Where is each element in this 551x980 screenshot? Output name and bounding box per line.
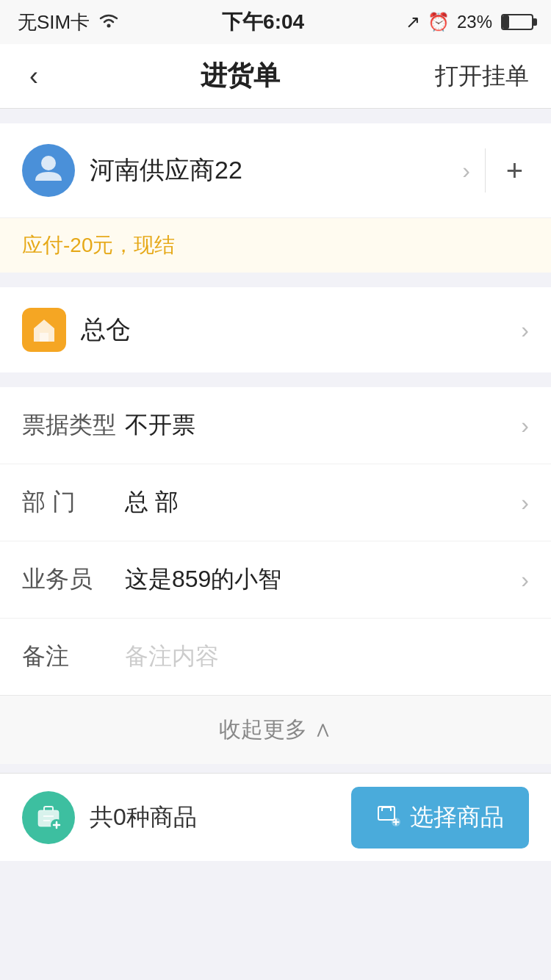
select-product-button[interactable]: 选择商品	[351, 787, 529, 849]
section-divider-1	[0, 109, 551, 123]
supplier-row[interactable]: 河南供应商22 › +	[0, 123, 551, 218]
svg-point-0	[107, 24, 111, 27]
salesperson-label: 业务员	[22, 563, 125, 596]
collapse-label: 收起更多 ∧	[219, 717, 331, 741]
department-chevron-icon: ›	[521, 489, 529, 516]
notice-bar: 应付-20元，现结	[0, 218, 551, 273]
invoice-chevron-icon: ›	[521, 412, 529, 439]
form-row-invoice[interactable]: 票据类型 不开票 ›	[0, 387, 551, 464]
page-title: 进货单	[201, 58, 280, 94]
nav-bar: ‹ 进货单 打开挂单	[0, 44, 551, 109]
back-button[interactable]: ‹	[22, 54, 46, 99]
alarm-icon: ⏰	[428, 12, 450, 32]
warehouse-chevron-icon: ›	[521, 317, 529, 344]
time-text: 下午6:04	[222, 8, 304, 36]
gray-fill	[0, 861, 551, 980]
salesperson-chevron-icon: ›	[521, 566, 529, 594]
department-value: 总 部	[125, 486, 521, 519]
supplier-avatar	[22, 144, 75, 197]
product-icon	[22, 791, 75, 844]
avatar-icon	[32, 151, 65, 190]
select-btn-icon	[376, 802, 401, 833]
collapse-row[interactable]: 收起更多 ∧	[0, 695, 551, 764]
carrier-text: 无SIM卡	[18, 10, 90, 35]
form-row-department[interactable]: 部 门 总 部 ›	[0, 464, 551, 541]
status-bar: 无SIM卡 下午6:04 ↗ ⏰ 23%	[0, 0, 551, 44]
invoice-label: 票据类型	[22, 409, 125, 442]
warehouse-row[interactable]: 总仓 ›	[0, 287, 551, 372]
battery-icon	[501, 14, 533, 30]
warehouse-name: 总仓	[81, 313, 521, 347]
section-divider-3	[0, 372, 551, 387]
department-label: 部 门	[22, 486, 125, 519]
status-right: ↗ ⏰ 23%	[406, 12, 533, 32]
section-divider-4	[0, 764, 551, 771]
select-btn-label: 选择商品	[410, 801, 504, 834]
location-icon: ↗	[406, 12, 420, 32]
plus-icon: +	[506, 154, 523, 187]
add-supplier-button[interactable]: +	[485, 148, 529, 192]
form-card: 票据类型 不开票 › 部 门 总 部 › 业务员 这是859的小智 › 备注 备…	[0, 387, 551, 764]
warehouse-card: 总仓 ›	[0, 287, 551, 372]
remark-input[interactable]: 备注内容	[125, 641, 529, 673]
supplier-name: 河南供应商22	[90, 154, 462, 187]
section-divider-2	[0, 273, 551, 287]
status-left: 无SIM卡	[18, 10, 120, 35]
invoice-value: 不开票	[125, 409, 521, 442]
bottom-bar: 共0种商品 选择商品	[0, 773, 551, 861]
remark-label: 备注	[22, 641, 125, 673]
warehouse-icon	[22, 308, 66, 352]
salesperson-value: 这是859的小智	[125, 563, 521, 596]
svg-rect-2	[40, 333, 48, 342]
form-row-remark[interactable]: 备注 备注内容	[0, 618, 551, 695]
supplier-card: 河南供应商22 › + 应付-20元，现结	[0, 123, 551, 273]
svg-point-1	[41, 156, 56, 170]
form-row-salesperson[interactable]: 业务员 这是859的小智 ›	[0, 541, 551, 618]
svg-rect-9	[378, 807, 395, 820]
wifi-icon	[97, 11, 120, 34]
open-pending-button[interactable]: 打开挂单	[435, 60, 529, 93]
battery-text: 23%	[457, 12, 492, 32]
notice-text: 应付-20元，现结	[22, 234, 175, 256]
product-count-text: 共0种商品	[90, 801, 351, 834]
supplier-chevron-icon: ›	[462, 157, 470, 184]
